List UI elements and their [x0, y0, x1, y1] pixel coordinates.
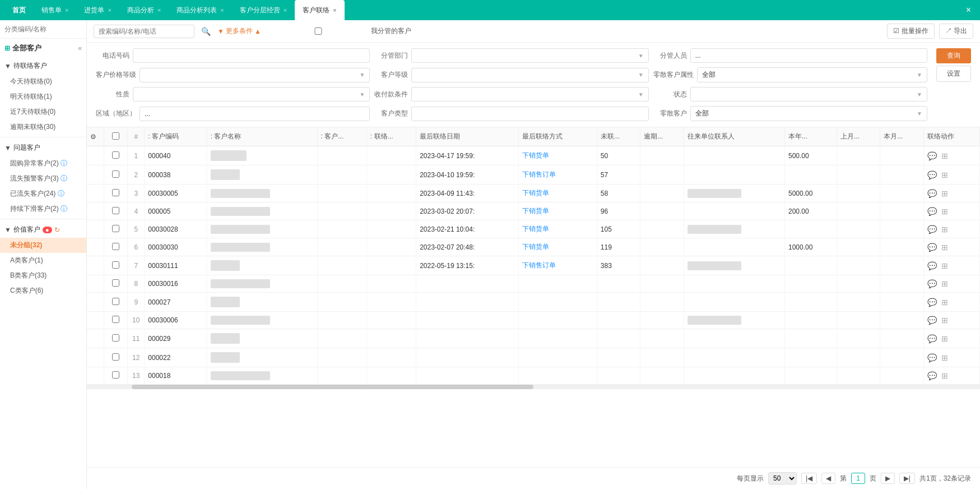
settings-button[interactable]: 设置: [936, 66, 971, 82]
row-checkbox[interactable]: [112, 151, 119, 159]
refresh-icon[interactable]: ↻: [54, 226, 60, 234]
filter-phone-input[interactable]: [133, 48, 370, 63]
more-action-icon[interactable]: ⊞: [941, 334, 948, 343]
search-button[interactable]: 🔍: [201, 27, 211, 36]
nav-customer-tier[interactable]: 客户分层经营 ×: [232, 0, 295, 20]
scrollbar-thumb[interactable]: [132, 385, 533, 389]
current-page[interactable]: 1: [851, 473, 865, 484]
prev-page-button[interactable]: ◀: [821, 473, 835, 484]
chat-icon[interactable]: 💬: [927, 225, 937, 234]
sidebar-item-a-class[interactable]: A类客户(1): [0, 253, 86, 268]
row-checkbox[interactable]: [112, 316, 119, 323]
export-button[interactable]: ↗ 导出: [939, 24, 973, 39]
sidebar-item-abnormal[interactable]: 固购异常客户(2) ⓘ: [0, 156, 86, 171]
filter-scatter-customer-select[interactable]: 全部 ▼: [690, 106, 927, 121]
row-checkbox[interactable]: [112, 334, 119, 342]
my-customers-check[interactable]: [268, 27, 369, 35]
more-action-icon[interactable]: ⊞: [941, 189, 948, 198]
more-action-icon[interactable]: ⊞: [941, 371, 948, 380]
row-checkbox[interactable]: [112, 353, 119, 361]
chat-icon[interactable]: 💬: [927, 353, 937, 362]
more-action-icon[interactable]: ⊞: [941, 279, 948, 288]
row-checkbox[interactable]: [112, 225, 119, 232]
sidebar-item-today[interactable]: 今天待联络(0): [0, 74, 86, 89]
abnormal-info-icon[interactable]: ⓘ: [61, 159, 67, 167]
sidebar-item-dropping[interactable]: 持续下滑客户(2) ⓘ: [0, 201, 86, 216]
nav-home[interactable]: 首页: [4, 0, 34, 20]
last-way-link[interactable]: 下销售订单: [522, 170, 556, 178]
row-checkbox[interactable]: [112, 243, 119, 250]
last-way-link[interactable]: 下销货单: [522, 151, 549, 159]
sidebar-item-c-class[interactable]: C类客户(6): [0, 283, 86, 298]
sidebar-item-tomorrow[interactable]: 明天待联络(1): [0, 89, 86, 104]
chat-icon[interactable]: 💬: [927, 298, 937, 307]
row-checkbox[interactable]: [112, 371, 119, 379]
row-checkbox[interactable]: [112, 261, 119, 269]
chat-icon[interactable]: 💬: [927, 334, 937, 343]
filter-person-select[interactable]: ...: [690, 48, 927, 63]
nav-customer-contact[interactable]: 客户联络 ×: [295, 0, 344, 20]
sidebar-item-ungroup[interactable]: 未分组(32): [0, 238, 86, 253]
sidebar-item-churn-risk[interactable]: 流失预警客户(3) ⓘ: [0, 171, 86, 186]
per-page-select[interactable]: 50 20 100: [768, 472, 797, 485]
more-action-icon[interactable]: ⊞: [941, 151, 948, 160]
sidebar-item-lost[interactable]: 已流失客户(24) ⓘ: [0, 186, 86, 201]
chat-icon[interactable]: 💬: [927, 261, 937, 270]
sidebar-group-problem[interactable]: ▼ 问题客户: [0, 140, 86, 156]
chat-icon[interactable]: 💬: [927, 189, 937, 198]
row-checkbox-cell[interactable]: [104, 184, 128, 202]
chat-icon[interactable]: 💬: [927, 316, 937, 325]
row-checkbox-cell[interactable]: [104, 165, 128, 184]
close-product-list-icon[interactable]: ×: [220, 7, 224, 13]
filter-payment-select[interactable]: ▼: [411, 87, 648, 102]
chat-icon[interactable]: 💬: [927, 279, 937, 288]
window-close-button[interactable]: ×: [962, 5, 976, 15]
filter-grade-select[interactable]: ▼: [411, 68, 648, 82]
search-input[interactable]: [94, 25, 194, 38]
row-checkbox[interactable]: [112, 189, 119, 196]
horizontal-scrollbar[interactable]: [87, 385, 980, 389]
row-checkbox-cell[interactable]: [104, 275, 128, 293]
last-way-link[interactable]: 下销货单: [522, 207, 549, 215]
row-checkbox-cell[interactable]: [104, 220, 128, 238]
more-action-icon[interactable]: ⊞: [941, 225, 948, 234]
close-product-analysis-icon[interactable]: ×: [157, 7, 161, 13]
last-page-button[interactable]: ▶|: [899, 473, 915, 484]
first-page-button[interactable]: |◀: [801, 473, 817, 484]
col-settings[interactable]: ⚙: [87, 127, 104, 146]
chat-icon[interactable]: 💬: [927, 243, 937, 252]
chat-icon[interactable]: 💬: [927, 207, 937, 216]
more-action-icon[interactable]: ⊞: [941, 243, 948, 252]
sidebar-item-b-class[interactable]: B类客户(33): [0, 268, 86, 283]
dropping-info-icon[interactable]: ⓘ: [61, 205, 67, 213]
row-checkbox-cell[interactable]: [104, 238, 128, 256]
row-checkbox-cell[interactable]: [104, 146, 128, 165]
my-customers-checkbox[interactable]: 我分管的客户: [268, 26, 411, 36]
select-all-checkbox[interactable]: [112, 132, 119, 140]
row-checkbox-cell[interactable]: [104, 312, 128, 329]
churn-risk-info-icon[interactable]: ⓘ: [61, 174, 67, 182]
last-way-link[interactable]: 下销货单: [522, 243, 549, 251]
sidebar-group-pending[interactable]: ▼ 待联络客户: [0, 58, 86, 74]
row-checkbox[interactable]: [112, 298, 119, 305]
row-checkbox[interactable]: [112, 207, 119, 214]
sidebar-group-value[interactable]: ▼ 价值客户 ● ↻: [0, 222, 86, 238]
row-checkbox-cell[interactable]: [104, 256, 128, 275]
filter-nature-select[interactable]: ▼: [133, 87, 370, 102]
query-button[interactable]: 查询: [936, 48, 971, 63]
more-action-icon[interactable]: ⊞: [941, 298, 948, 307]
chat-icon[interactable]: 💬: [927, 170, 937, 179]
last-way-link[interactable]: 下销货单: [522, 189, 549, 197]
sidebar-item-week[interactable]: 近7天待联络(0): [0, 104, 86, 119]
filter-status-select[interactable]: ▼: [690, 87, 927, 102]
filter-dept-select[interactable]: ▼: [411, 48, 648, 63]
filter-customer-type-select[interactable]: [411, 107, 648, 121]
lost-info-icon[interactable]: ⓘ: [58, 190, 64, 197]
close-purchase-icon[interactable]: ×: [108, 7, 111, 13]
nav-sales[interactable]: 销售单 ×: [34, 0, 76, 20]
row-checkbox[interactable]: [112, 279, 119, 287]
sidebar-collapse-icon[interactable]: «: [78, 44, 82, 52]
sidebar-item-overdue[interactable]: 逾期未联络(30): [0, 119, 86, 135]
nav-product-list[interactable]: 商品分析列表 ×: [169, 0, 231, 20]
next-page-button[interactable]: ▶: [881, 473, 895, 484]
